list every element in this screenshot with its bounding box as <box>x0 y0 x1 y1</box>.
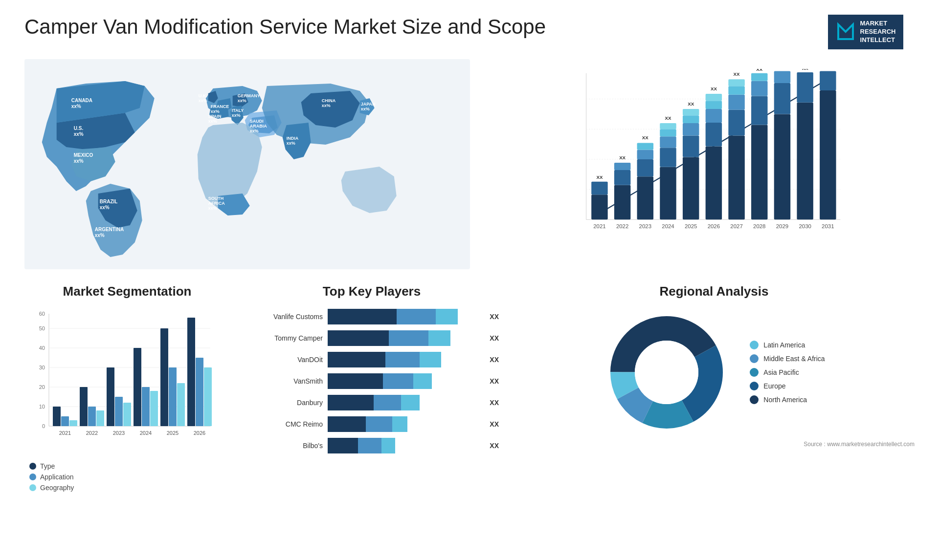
svg-rect-99 <box>169 367 177 426</box>
player-val-vansmith: XX <box>490 377 499 385</box>
map-label-southafrica2: AFRICA <box>208 201 225 206</box>
player-bar-vanlife <box>328 309 481 324</box>
player-name-cmc: CMC Reimo <box>245 420 323 428</box>
player-name-vanlife: Vanlife Customs <box>245 313 323 321</box>
svg-rect-37 <box>706 101 722 109</box>
player-val-cmc: XX <box>490 420 499 428</box>
svg-rect-87 <box>61 416 69 426</box>
svg-rect-15 <box>614 163 630 170</box>
legend-label-apac: Asia Pacific <box>763 368 799 376</box>
svg-rect-14 <box>614 170 630 185</box>
svg-rect-11 <box>592 181 608 194</box>
svg-rect-41 <box>729 109 745 135</box>
svg-rect-98 <box>160 328 168 426</box>
legend-color-na <box>750 395 759 404</box>
svg-text:2030: 2030 <box>799 223 811 229</box>
svg-rect-102 <box>196 358 203 426</box>
map-label-saudi-val: xx% <box>250 129 259 133</box>
map-label-mexico: MEXICO <box>74 152 93 158</box>
logo-text: MARKET RESEARCH INTELLECT <box>860 20 896 44</box>
source-text: Source : www.marketresearchintellect.com <box>514 441 915 448</box>
map-label-germany-val: xx% <box>238 98 246 103</box>
map-label-japan-val: xx% <box>361 107 370 111</box>
top-section: CANADA xx% U.S. xx% MEXICO xx% BRAZIL xx… <box>24 59 915 269</box>
player-bar-danbury <box>328 395 481 410</box>
map-label-italy: ITALY <box>232 108 244 113</box>
legend-application: Application <box>29 473 230 481</box>
legend-label-latin: Latin America <box>763 341 805 349</box>
donut-chart <box>603 309 730 436</box>
svg-text:XX: XX <box>825 69 831 70</box>
map-label-france-val: xx% <box>211 109 220 114</box>
svg-text:2023: 2023 <box>639 223 651 229</box>
legend-label-na: North America <box>763 396 807 404</box>
svg-text:2026: 2026 <box>194 430 205 436</box>
svg-text:2022: 2022 <box>616 223 628 229</box>
svg-rect-56 <box>797 72 813 103</box>
map-label-argentina-val: xx% <box>95 233 105 238</box>
svg-rect-13 <box>614 185 630 219</box>
svg-text:XX: XX <box>597 174 603 179</box>
player-name-vandoit: VanDOit <box>245 356 323 364</box>
map-label-china: CHINA <box>322 98 336 103</box>
svg-rect-40 <box>729 135 745 219</box>
segmentation-legend: Type Application Geography <box>24 462 230 492</box>
svg-text:50: 50 <box>39 325 45 331</box>
segmentation-svg: 0 10 20 30 40 50 60 <box>24 309 220 455</box>
player-list: Vanlife Customs XX Tommy Camper <box>245 309 499 453</box>
legend-color-europe <box>750 382 759 390</box>
map-label-france: FRANCE <box>211 104 229 109</box>
svg-point-116 <box>635 341 698 404</box>
player-val-vanlife: XX <box>490 313 499 321</box>
legend-color-mea <box>750 354 759 363</box>
growth-chart-svg: XX XX XX XX <box>504 69 910 250</box>
player-name-danbury: Danbury <box>245 399 323 407</box>
map-label-canada-val: xx% <box>71 104 81 109</box>
regional-section: Regional Analysis <box>514 284 915 489</box>
svg-text:XX: XX <box>802 69 808 71</box>
svg-rect-22 <box>660 167 676 219</box>
legend-label-application: Application <box>40 473 74 481</box>
player-row-bilbo: Bilbo's XX <box>245 438 499 453</box>
svg-rect-17 <box>637 176 653 219</box>
svg-rect-94 <box>123 403 131 426</box>
svg-text:2025: 2025 <box>685 223 697 229</box>
legend-item-europe: Europe <box>750 382 825 390</box>
segmentation-title: Market Segmentation <box>24 284 230 299</box>
svg-rect-47 <box>751 96 767 125</box>
svg-rect-42 <box>729 95 745 110</box>
player-name-vansmith: VanSmith <box>245 377 323 385</box>
key-players-title: Top Key Players <box>245 284 499 299</box>
legend-geography: Geography <box>29 484 230 492</box>
legend-item-mea: Middle East & Africa <box>750 354 825 363</box>
logo-area: MARKET RESEARCH INTELLECT <box>817 15 915 49</box>
svg-rect-25 <box>660 129 676 136</box>
legend-color-apac <box>750 368 759 377</box>
svg-rect-46 <box>751 125 767 219</box>
legend-dot-application <box>29 474 36 480</box>
map-label-india-val: xx% <box>287 141 295 146</box>
svg-text:2021: 2021 <box>59 430 71 436</box>
map-label-saudi2: ARABIA <box>250 124 267 129</box>
svg-rect-10 <box>592 194 608 219</box>
svg-rect-30 <box>683 123 699 136</box>
legend-item-apac: Asia Pacific <box>750 368 825 377</box>
svg-rect-88 <box>69 420 77 426</box>
map-label-us-val: xx% <box>74 131 84 137</box>
svg-text:XX: XX <box>688 101 694 107</box>
segmentation-section: Market Segmentation 0 10 20 30 40 50 60 <box>24 284 230 489</box>
map-label-uk: U.K. <box>199 93 207 98</box>
player-row-danbury: Danbury XX <box>245 395 499 410</box>
map-label-saudi: SAUDI <box>250 119 264 124</box>
legend-dot-type <box>29 463 36 470</box>
svg-rect-93 <box>115 397 123 426</box>
svg-rect-55 <box>797 102 813 219</box>
world-map: CANADA xx% U.S. xx% MEXICO xx% BRAZIL xx… <box>24 59 470 269</box>
map-label-brazil-val: xx% <box>100 205 110 210</box>
map-label-southafrica-val: xx% <box>208 206 217 211</box>
player-row-cmc: CMC Reimo XX <box>245 416 499 432</box>
map-label-us: U.S. <box>74 126 84 131</box>
svg-rect-31 <box>683 115 699 123</box>
svg-rect-101 <box>187 318 195 426</box>
svg-rect-89 <box>80 387 88 426</box>
